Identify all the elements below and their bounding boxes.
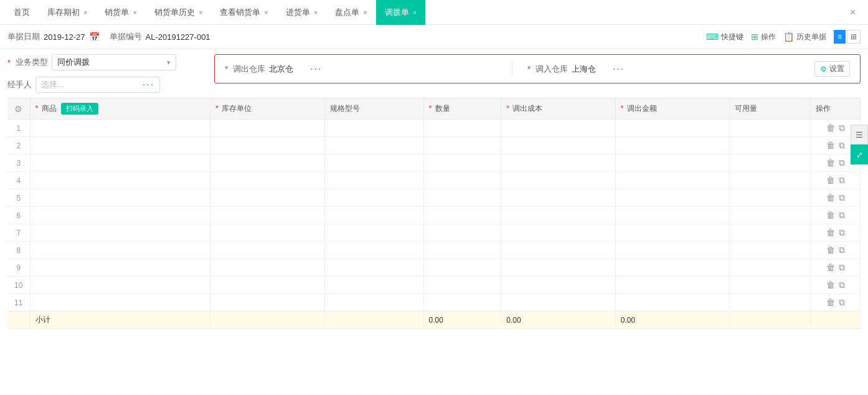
column-settings-button[interactable]: ⚙: [14, 104, 22, 114]
operations-button[interactable]: ⊞ 操作: [751, 32, 776, 42]
cell-spec[interactable]: [324, 259, 423, 277]
cell-qty[interactable]: [423, 277, 501, 294]
cell-available[interactable]: [730, 155, 811, 172]
cell-cost[interactable]: [501, 172, 616, 189]
cell-amount[interactable]: [615, 224, 730, 242]
cell-spec[interactable]: [324, 224, 423, 242]
cell-available[interactable]: [730, 137, 811, 155]
cell-unit[interactable]: [210, 242, 325, 259]
copy-icon[interactable]: ⧉: [839, 245, 845, 255]
cell-unit[interactable]: [210, 277, 325, 294]
cell-cost[interactable]: [501, 259, 616, 277]
cell-amount[interactable]: [615, 155, 730, 172]
layout-list-button[interactable]: ≡: [834, 30, 846, 44]
cell-spec[interactable]: [324, 137, 423, 155]
cell-product[interactable]: [30, 189, 210, 207]
copy-icon[interactable]: ⧉: [839, 140, 845, 151]
copy-icon[interactable]: ⧉: [839, 227, 845, 238]
cell-qty[interactable]: [423, 294, 501, 312]
cell-available[interactable]: [730, 242, 811, 259]
handler-more-icon[interactable]: ···: [143, 79, 154, 90]
cell-amount[interactable]: [615, 259, 730, 277]
business-type-input[interactable]: 同价调拨 ▾: [52, 54, 176, 70]
tab-inventory-init-close[interactable]: ×: [83, 9, 87, 16]
copy-icon[interactable]: ⧉: [839, 280, 845, 290]
delete-icon[interactable]: 🗑: [826, 227, 835, 238]
cell-qty[interactable]: [423, 137, 501, 155]
layout-grid-button[interactable]: ⊞: [847, 30, 861, 44]
handler-input[interactable]: 选择... ···: [35, 77, 160, 93]
cell-qty[interactable]: [423, 224, 501, 242]
copy-icon[interactable]: ⧉: [839, 297, 845, 308]
cell-product[interactable]: [30, 224, 210, 242]
tab-sales-order[interactable]: 销货单 ×: [96, 0, 145, 25]
cell-spec[interactable]: [324, 172, 423, 189]
cell-spec[interactable]: [324, 120, 423, 137]
cell-cost[interactable]: [501, 277, 616, 294]
cell-unit[interactable]: [210, 155, 325, 172]
cell-available[interactable]: [730, 259, 811, 277]
cell-product[interactable]: [30, 207, 210, 224]
delete-icon[interactable]: 🗑: [826, 140, 835, 151]
cell-cost[interactable]: [501, 137, 616, 155]
delete-icon[interactable]: 🗑: [826, 297, 835, 308]
calendar-icon[interactable]: 📅: [89, 32, 100, 42]
tab-inventory-close[interactable]: ×: [363, 9, 367, 16]
delete-icon[interactable]: 🗑: [826, 245, 835, 255]
tab-purchase-close[interactable]: ×: [314, 9, 318, 16]
cell-product[interactable]: [30, 242, 210, 259]
copy-icon[interactable]: ⧉: [839, 262, 845, 273]
tab-view-sales-close[interactable]: ×: [264, 9, 268, 16]
cell-cost[interactable]: [501, 189, 616, 207]
tab-purchase[interactable]: 进货单 ×: [277, 0, 326, 25]
cell-available[interactable]: [730, 120, 811, 137]
cell-qty[interactable]: [423, 155, 501, 172]
delete-icon[interactable]: 🗑: [826, 262, 835, 273]
float-list-button[interactable]: ☰: [851, 125, 868, 145]
cell-unit[interactable]: [210, 137, 325, 155]
delete-icon[interactable]: 🗑: [826, 280, 835, 290]
cell-qty[interactable]: [423, 259, 501, 277]
out-warehouse-more-icon[interactable]: ···: [310, 64, 322, 75]
copy-icon[interactable]: ⧉: [839, 210, 845, 221]
cell-unit[interactable]: [210, 224, 325, 242]
settings-button[interactable]: ⚙ 设置: [814, 61, 850, 77]
cell-qty[interactable]: [423, 120, 501, 137]
delete-icon[interactable]: 🗑: [826, 158, 835, 168]
copy-icon[interactable]: ⧉: [839, 158, 845, 168]
table-scroll-area[interactable]: ⚙ * 商品 扫码录入 * 库存单位 规格型号 *: [7, 98, 861, 329]
delete-icon[interactable]: 🗑: [826, 175, 835, 186]
cell-amount[interactable]: [615, 207, 730, 224]
copy-icon[interactable]: ⧉: [839, 175, 845, 186]
cell-amount[interactable]: [615, 137, 730, 155]
cell-amount[interactable]: [615, 294, 730, 312]
cell-available[interactable]: [730, 207, 811, 224]
copy-icon[interactable]: ⧉: [839, 193, 845, 203]
cell-qty[interactable]: [423, 242, 501, 259]
cell-spec[interactable]: [324, 277, 423, 294]
tab-home[interactable]: 首页: [5, 0, 39, 25]
cell-amount[interactable]: [615, 189, 730, 207]
shortcuts-button[interactable]: ⌨ 快捷键: [706, 32, 743, 42]
cell-amount[interactable]: [615, 277, 730, 294]
cell-unit[interactable]: [210, 294, 325, 312]
cell-available[interactable]: [730, 224, 811, 242]
cell-spec[interactable]: [324, 242, 423, 259]
tab-sales-history[interactable]: 销货单历史 ×: [146, 0, 211, 25]
cell-cost[interactable]: [501, 155, 616, 172]
scan-entry-button[interactable]: 扫码录入: [61, 103, 98, 115]
delete-icon[interactable]: 🗑: [826, 123, 835, 133]
cell-amount[interactable]: [615, 242, 730, 259]
cell-cost[interactable]: [501, 120, 616, 137]
in-warehouse-more-icon[interactable]: ···: [613, 64, 625, 75]
cell-cost[interactable]: [501, 207, 616, 224]
window-close-button[interactable]: ×: [842, 7, 863, 18]
cell-unit[interactable]: [210, 259, 325, 277]
cell-qty[interactable]: [423, 207, 501, 224]
cell-available[interactable]: [730, 294, 811, 312]
cell-amount[interactable]: [615, 172, 730, 189]
cell-spec[interactable]: [324, 294, 423, 312]
cell-product[interactable]: [30, 259, 210, 277]
cell-amount[interactable]: [615, 120, 730, 137]
cell-spec[interactable]: [324, 189, 423, 207]
